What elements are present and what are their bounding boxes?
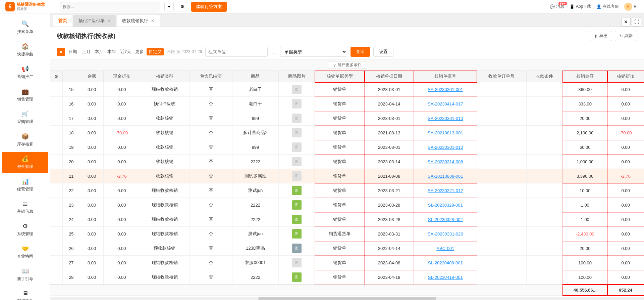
sidebar-item-base[interactable]: 🗂 基础信息: [2, 197, 48, 218]
gear-button[interactable]: ⚙: [178, 2, 187, 11]
seq-cell: 26: [62, 241, 80, 256]
date-last-month[interactable]: 上月: [80, 48, 92, 55]
sidebar-item-finance[interactable]: 💰 资金管理: [2, 152, 48, 173]
voucher-no-link[interactable]: SL-20230328-001: [428, 203, 463, 208]
sidebar-item-marketing[interactable]: 📢 营销推广: [2, 62, 48, 83]
settings-cell: [50, 82, 62, 97]
settings-cell: [50, 227, 62, 241]
receipt-no-cell: [477, 198, 526, 212]
voucher-no-cell[interactable]: SA-20230301-010: [414, 140, 477, 155]
voucher-no-link[interactable]: ABC-001: [436, 246, 454, 251]
voucher-no-link[interactable]: SA-20230321-012: [428, 188, 463, 193]
expand-more-button[interactable]: ∨ 展开更多条件: [329, 61, 366, 69]
voucher-no-link[interactable]: SL-20230328-002: [428, 217, 463, 222]
scroll-thumb[interactable]: [258, 297, 436, 300]
voucher-no-link[interactable]: SA-20230301-010: [428, 116, 463, 121]
voucher-no-link[interactable]: SA-20210813-001: [428, 130, 463, 135]
voucher-no-link[interactable]: SL-20230418-001: [428, 275, 463, 280]
type-cell: 收款核销: [140, 169, 189, 183]
query-button[interactable]: 查询: [351, 47, 370, 57]
solution-button[interactable]: 体验行业方案: [191, 2, 227, 12]
sidebar-item-collab[interactable]: 🤝 企业协同: [2, 242, 48, 263]
voucher-no-cell[interactable]: SL-20230418-001: [414, 270, 477, 285]
app-icon: 📱: [570, 4, 575, 9]
voucher-no-cell[interactable]: SA-20230301-001: [414, 82, 477, 97]
close-prepay-tab[interactable]: ✕: [107, 18, 111, 23]
sidebar-item-sales[interactable]: 💼 销售管理: [2, 84, 48, 105]
sidebar-item-search[interactable]: 🔍 搜索菜单: [2, 17, 48, 38]
amount-cell: 1.00: [563, 212, 607, 227]
seq-cell: 16: [62, 97, 80, 111]
voucher-no-cell[interactable]: SA-20210813-001: [414, 126, 477, 140]
type-cell: 现结收款核销: [140, 227, 189, 241]
voucher-no-cell[interactable]: SA-20230414-017: [414, 97, 477, 111]
voucher-no-link[interactable]: SA-20230314-008: [428, 159, 463, 164]
amount-cell: 100.00: [563, 270, 607, 285]
included-cell: 否: [189, 97, 232, 111]
maximize-button[interactable]: ⛶: [632, 17, 641, 27]
balance-cell: 0.00: [80, 212, 104, 227]
voucher-no-cell[interactable]: SA-20230331-026: [414, 227, 477, 241]
voucher-no-link[interactable]: SA-20230301-010: [428, 145, 463, 150]
type-cell: 收款核销: [140, 140, 189, 155]
user-item[interactable]: R Rit: [624, 3, 639, 11]
balance-cell: 0.00: [80, 270, 104, 285]
voucher-no-link[interactable]: SA-20230331-026: [428, 231, 463, 237]
table-container[interactable]: ⚙ 余额 现金折扣 核销类型 包含已结清 商品 商品图片 核销单据类型 核销单据…: [50, 71, 644, 300]
online-service-item[interactable]: 👤 在线客服: [596, 4, 619, 9]
app-download-item[interactable]: 📱 App下载: [570, 4, 591, 9]
partner-input[interactable]: [205, 47, 268, 57]
col-voucher-no-header: 核销单据号: [414, 71, 477, 82]
voucher-no-link[interactable]: SL-20230408-001: [428, 260, 463, 265]
voucher-no-link[interactable]: SA-20210808-001: [428, 174, 463, 179]
goods-img-cell: 图: [279, 111, 315, 126]
date-more[interactable]: 更多: [134, 48, 145, 55]
voucher-type-select[interactable]: 单据类型: [280, 47, 347, 57]
sidebar-item-nav[interactable]: 🏠 快捷导航: [2, 39, 48, 60]
sidebar: 🔍 搜索菜单 🏠 快捷导航 📢 营销推广 💼 销售管理 🛒 采购管理 📦 库存核…: [0, 13, 50, 300]
goods-cell: 多计量商品2: [232, 126, 279, 140]
filter-expand-button[interactable]: »: [57, 48, 65, 56]
close-receipt-tab[interactable]: ✕: [151, 18, 154, 23]
refresh-button[interactable]: ↻ 刷新: [615, 31, 637, 41]
balance-cell: 0.00: [80, 140, 104, 155]
sidebar-item-system[interactable]: ⚙ 系统管理: [2, 219, 48, 240]
included-cell: 否: [189, 270, 232, 285]
voucher-no-cell[interactable]: ABC-001: [414, 241, 477, 256]
message-item[interactable]: 💬 消息 99+: [550, 4, 564, 9]
date-last-7-days[interactable]: 近7天: [119, 48, 132, 55]
tab-prepay[interactable]: 预付冲应付单 ✕: [73, 15, 116, 27]
type-cell: 收款核销: [140, 111, 189, 126]
scroll-area[interactable]: [50, 296, 644, 300]
search-input[interactable]: [60, 2, 160, 11]
voucher-no-cell[interactable]: SL-20230408-001: [414, 256, 477, 270]
voucher-no-cell[interactable]: SA-20230301-010: [414, 111, 477, 126]
included-cell: 否: [189, 183, 232, 198]
sidebar-item-purchase[interactable]: 🛒 采购管理: [2, 107, 48, 128]
dropdown-button[interactable]: ▾: [164, 2, 174, 11]
date-this-month[interactable]: 本月: [93, 48, 105, 55]
voucher-no-link[interactable]: SA-20230301-001: [428, 87, 463, 92]
settings-button[interactable]: 设置: [373, 47, 393, 57]
goods-cell: 2222: [232, 155, 279, 169]
sidebar-item-operations[interactable]: 📊 经营管理: [2, 174, 48, 196]
voucher-no-link[interactable]: SA-20230414-017: [428, 101, 463, 106]
balance-cell: 0.00: [80, 126, 104, 140]
voucher-no-cell[interactable]: SL-20230328-002: [414, 212, 477, 227]
export-button[interactable]: ⬆ 导出: [590, 31, 612, 41]
close-window-button[interactable]: ✕: [621, 17, 631, 27]
table-row: 19 0.00 0.00 收款核销 否 999 图 销货单 2023-03-01…: [50, 140, 644, 155]
voucher-no-cell[interactable]: SL-20230328-001: [414, 198, 477, 212]
sidebar-item-hardware[interactable]: 🖥 智能硬件: [2, 287, 48, 300]
date-custom[interactable]: 自定义: [147, 48, 164, 55]
date-this-year[interactable]: 本年: [106, 48, 117, 55]
seq-cell: 24: [62, 212, 80, 227]
tab-home[interactable]: 首页: [53, 15, 72, 27]
tab-receipt[interactable]: 收款核销执行 ✕: [117, 15, 160, 27]
voucher-no-cell[interactable]: SA-20230314-008: [414, 155, 477, 169]
voucher-no-cell[interactable]: SA-20230321-012: [414, 183, 477, 198]
voucher-no-cell[interactable]: SA-20210808-001: [414, 169, 477, 183]
sidebar-item-inventory[interactable]: 📦 库存核算: [2, 129, 48, 151]
voucher-type-cell: 销货单: [315, 140, 364, 155]
sidebar-item-guide[interactable]: 📖 新手引导: [2, 264, 48, 285]
